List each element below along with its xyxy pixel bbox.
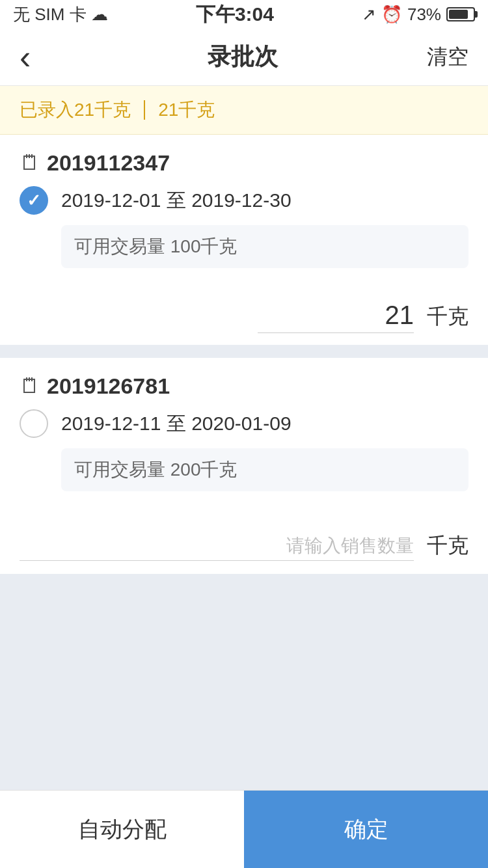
qty-value-1: 21 [385, 301, 414, 330]
status-left: 无 SIM 卡 ☁ [13, 3, 108, 26]
status-right: ↗ ⏰ 73% [362, 5, 475, 25]
batch-row-1[interactable]: 2019-12-01 至 2019-12-30 [20, 186, 468, 215]
batch-number-2: 2019126781 [47, 373, 170, 399]
batch-doc-icon-1: 🗒 [20, 151, 40, 175]
no-sim-text: 无 SIM 卡 ☁ [13, 3, 108, 26]
status-time: 下午3:04 [196, 1, 274, 28]
radio-button-1[interactable] [20, 186, 48, 215]
batch-doc-icon-2: 🗒 [20, 374, 40, 398]
back-button[interactable]: ‹ [20, 38, 59, 77]
batch-header-2: 🗒 2019126781 [20, 373, 468, 399]
batch-header-1: 🗒 2019112347 [20, 150, 468, 176]
location-icon: ↗ [362, 5, 376, 25]
date-range-1: 2019-12-01 至 2019-12-30 [61, 187, 291, 214]
main-content: 已录入21千克 21千克 🗒 2019112347 2019-12-01 至 2… [0, 86, 488, 868]
qty-unit-2: 千克 [427, 532, 468, 560]
available-qty-2: 可用交易量 200千克 [61, 448, 468, 491]
clear-button[interactable]: 清空 [427, 43, 468, 72]
section-divider [0, 345, 488, 358]
input-wrapper-2 [20, 530, 414, 561]
recorded-label: 已录入21千克 [20, 98, 131, 122]
battery-fill [449, 10, 468, 19]
qty-unit-1: 千克 [427, 303, 468, 331]
available-qty-1: 可用交易量 100千克 [61, 225, 468, 268]
recorded-value: 21千克 [158, 98, 215, 122]
confirm-button[interactable]: 确定 [244, 791, 488, 868]
input-row-2: 千克 [0, 517, 488, 574]
batch-card-1: 🗒 2019112347 2019-12-01 至 2019-12-30 可用交… [0, 135, 488, 294]
alarm-icon: ⏰ [381, 5, 402, 25]
auto-distribute-button[interactable]: 自动分配 [0, 791, 244, 868]
radio-button-2[interactable] [20, 409, 48, 438]
batch-card-2: 🗒 2019126781 2019-12-11 至 2020-01-09 可用交… [0, 358, 488, 517]
battery-icon [446, 7, 475, 21]
date-range-2: 2019-12-11 至 2020-01-09 [61, 411, 291, 437]
qty-input-2[interactable] [20, 530, 414, 558]
qty-display-row-1: 21 千克 [0, 294, 488, 345]
batch-number-1: 2019112347 [47, 150, 170, 176]
bottom-bar: 自动分配 确定 [0, 790, 488, 868]
batch-row-2[interactable]: 2019-12-11 至 2020-01-09 [20, 409, 468, 438]
battery-percent: 73% [407, 5, 441, 25]
nav-bar: ‹ 录批次 清空 [0, 29, 488, 86]
status-bar: 无 SIM 卡 ☁ 下午3:04 ↗ ⏰ 73% [0, 0, 488, 29]
qty-underline-1: 21 [258, 301, 414, 333]
info-banner: 已录入21千克 21千克 [0, 86, 488, 135]
info-divider [144, 100, 145, 120]
page-title: 录批次 [208, 41, 278, 73]
